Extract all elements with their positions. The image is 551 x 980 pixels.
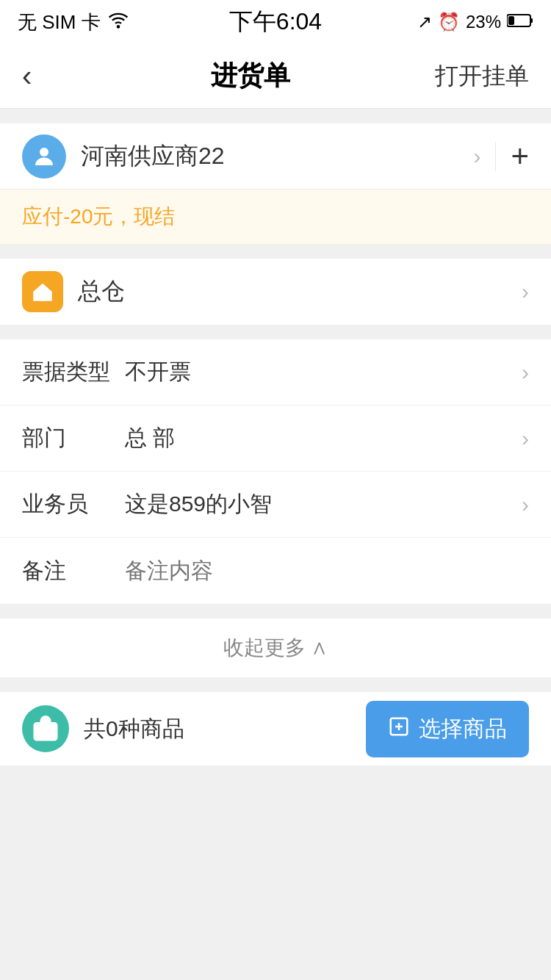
status-time: 下午6:04 [229, 6, 322, 38]
invoice-type-value: 不开票 [118, 357, 522, 387]
warehouse-row[interactable]: 总仓 › [0, 259, 551, 325]
section-gap-2 [0, 244, 551, 259]
battery-label: 23% [466, 12, 501, 32]
invoice-type-row[interactable]: 票据类型 不开票 › [0, 339, 551, 406]
salesperson-label: 业务员 [22, 489, 118, 519]
warehouse-icon [22, 271, 63, 312]
collapse-label: 收起更多 ∧ [223, 634, 328, 662]
select-product-button[interactable]: 选择商品 [366, 701, 529, 757]
supplier-row: 河南供应商22 › + [0, 123, 551, 190]
nav-bar: ‹ 进货单 打开挂单 [0, 44, 551, 109]
open-pending-button[interactable]: 打开挂单 [435, 60, 529, 93]
warning-text: 应付-20元，现结 [22, 205, 175, 228]
svg-rect-3 [508, 16, 514, 25]
carrier-label: 无 SIM 卡 [18, 10, 101, 35]
location-icon: ↗ [417, 12, 432, 32]
back-button[interactable]: ‹ [22, 60, 66, 93]
wifi-icon [108, 10, 129, 35]
supplier-name[interactable]: 河南供应商22 [81, 140, 473, 173]
invoice-type-chevron-icon: › [522, 360, 529, 385]
product-icon [22, 705, 69, 752]
supplier-divider [495, 142, 496, 171]
supplier-right: › + [473, 139, 529, 174]
svg-rect-2 [530, 18, 533, 23]
salesperson-row[interactable]: 业务员 这是859的小智 › [0, 472, 551, 538]
warning-banner: 应付-20元，现结 [0, 190, 551, 244]
status-bar: 无 SIM 卡 下午6:04 ↗ ⏰ 23% [0, 0, 551, 44]
section-gap-1 [0, 109, 551, 123]
supplier-chevron-icon: › [473, 144, 480, 169]
invoice-type-label: 票据类型 [22, 357, 118, 387]
warehouse-name: 总仓 [78, 275, 522, 308]
form-section: 票据类型 不开票 › 部门 总 部 › 业务员 这是859的小智 › 备注 [0, 339, 551, 604]
page-title: 进货单 [211, 58, 290, 94]
salesperson-chevron-icon: › [522, 492, 529, 517]
remark-label: 备注 [22, 556, 118, 586]
status-right: ↗ ⏰ 23% [417, 12, 533, 32]
page-content: 河南供应商22 › + 应付-20元，现结 总仓 › 票据类型 不开票 › [0, 109, 551, 980]
battery-icon [507, 12, 533, 32]
bottom-bar: 共0种商品 选择商品 [0, 692, 551, 765]
department-label: 部门 [22, 423, 118, 453]
salesperson-value: 这是859的小智 [118, 489, 522, 519]
status-left: 无 SIM 卡 [18, 10, 129, 35]
warehouse-chevron-icon: › [522, 279, 529, 304]
department-value: 总 部 [118, 423, 522, 453]
alarm-icon: ⏰ [438, 12, 460, 32]
select-product-icon [388, 716, 410, 743]
select-product-label: 选择商品 [419, 714, 507, 744]
add-button[interactable]: + [511, 139, 529, 174]
svg-point-0 [118, 26, 119, 27]
svg-point-4 [40, 148, 48, 156]
collapse-row[interactable]: 收起更多 ∧ [0, 619, 551, 677]
department-chevron-icon: › [522, 426, 529, 451]
department-row[interactable]: 部门 总 部 › [0, 406, 551, 472]
remark-input[interactable] [118, 558, 529, 583]
svg-rect-5 [40, 294, 46, 301]
remark-row: 备注 [0, 538, 551, 604]
product-count-label: 共0种商品 [84, 714, 366, 744]
supplier-avatar [22, 134, 66, 179]
